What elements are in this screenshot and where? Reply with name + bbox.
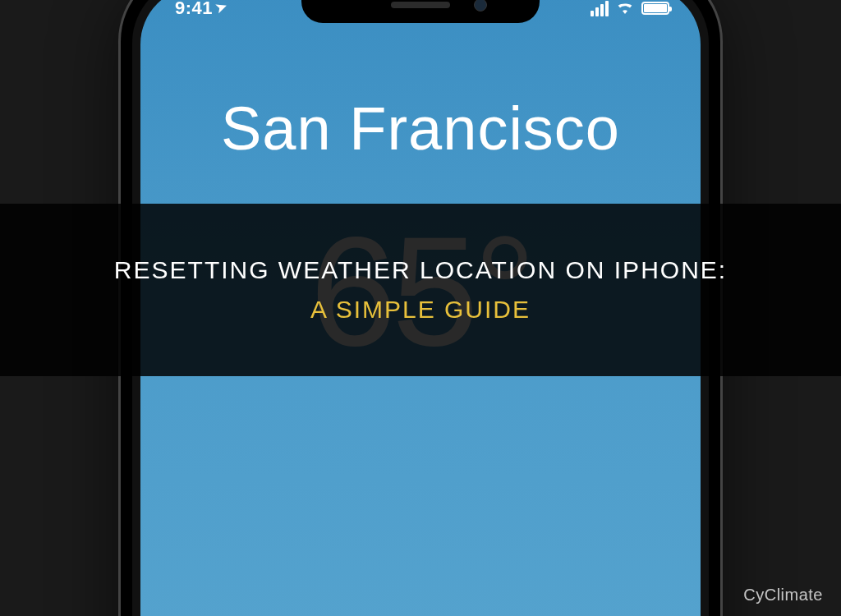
overlay-title-line2: A SIMPLE GUIDE — [310, 296, 531, 324]
cellular-signal-icon — [591, 1, 609, 16]
wifi-icon — [615, 0, 635, 19]
status-time: 9:41 — [175, 0, 213, 19]
watermark: CyClimate — [743, 586, 823, 605]
status-bar-right — [591, 0, 701, 19]
overlay-title-line1: RESETTING WEATHER LOCATION ON IPHONE: — [114, 256, 727, 284]
status-bar-left: 9:41 ➤ — [140, 0, 227, 19]
battery-icon — [641, 2, 669, 15]
speaker-grill — [391, 2, 450, 8]
title-overlay: RESETTING WEATHER LOCATION ON IPHONE: A … — [0, 204, 841, 376]
location-arrow-icon: ➤ — [214, 0, 229, 16]
front-camera — [474, 0, 487, 11]
city-name: San Francisco — [140, 94, 701, 163]
phone-notch — [301, 0, 540, 23]
